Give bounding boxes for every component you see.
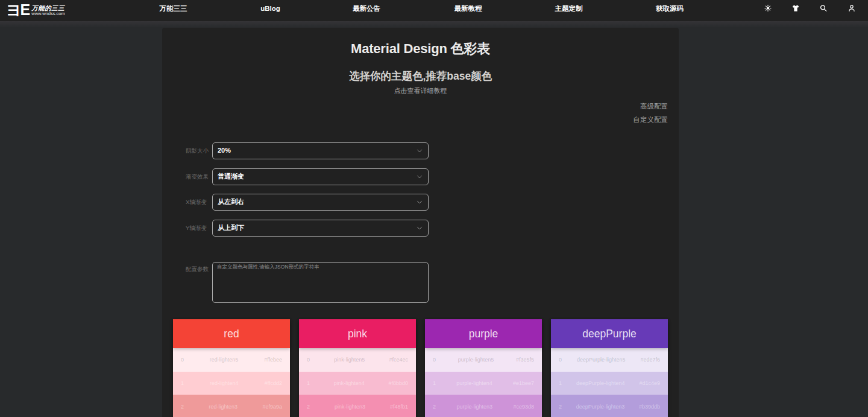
brightness-icon[interactable] bbox=[764, 4, 772, 12]
color-card-title-red[interactable]: red bbox=[173, 319, 290, 348]
color-row-hex: #f8bbd0 bbox=[388, 380, 408, 386]
site-logo[interactable]: ヨE 万能的三三 www.wndss.com bbox=[6, 2, 65, 18]
color-row-name: red-lighten5 bbox=[184, 357, 264, 363]
color-row-deepPurple-lighten3[interactable]: 2deepPurple-lighten3#b39ddb bbox=[551, 395, 668, 417]
color-card-title-deepPurple[interactable]: deepPurple bbox=[551, 319, 668, 348]
select-value-3: 从左到右 bbox=[218, 194, 244, 209]
color-row-purple-lighten5[interactable]: 0purple-lighten5#f3e5f5 bbox=[425, 348, 542, 372]
select-value-2: 普通渐变 bbox=[218, 169, 244, 184]
color-row-deepPurple-lighten4[interactable]: 1deepPurple-lighten4#d1c4e9 bbox=[551, 372, 668, 395]
nav-item-2[interactable]: uBlog bbox=[260, 0, 280, 21]
color-row-name: purple-lighten5 bbox=[436, 357, 516, 363]
color-row-hex: #ef9a9a bbox=[262, 404, 282, 410]
user-icon[interactable] bbox=[848, 4, 856, 12]
color-card-title-purple[interactable]: purple bbox=[425, 319, 542, 348]
select-value-4: 从上到下 bbox=[218, 220, 244, 235]
color-card-purple: purple0purple-lighten5#f3e5f51purple-lig… bbox=[425, 319, 542, 417]
color-card-title-pink[interactable]: pink bbox=[299, 319, 416, 348]
color-row-hex: #ffcdd2 bbox=[265, 380, 282, 386]
color-row-pink-lighten5[interactable]: 0pink-lighten5#fce4ec bbox=[299, 348, 416, 372]
main-panel: Material Design 色彩表 选择你的主题色,推荐base颜色 点击查… bbox=[162, 28, 679, 417]
select-value-1: 20% bbox=[218, 143, 231, 158]
color-row-hex: #b39ddb bbox=[639, 404, 660, 410]
color-row-purple-lighten3[interactable]: 2purple-lighten3#ce93d8 bbox=[425, 395, 542, 417]
color-row-red-lighten4[interactable]: 1red-lighten4#ffcdd2 bbox=[173, 372, 290, 395]
nav-item-5[interactable]: 主题定制 bbox=[555, 0, 583, 21]
navbar-shadow bbox=[0, 21, 868, 27]
color-row-hex: #f48fb1 bbox=[390, 404, 408, 410]
color-row-hex: #ede7f6 bbox=[640, 357, 660, 363]
nav-item-6[interactable]: 获取源码 bbox=[656, 0, 684, 21]
color-row-name: deepPurple-lighten4 bbox=[562, 380, 639, 386]
custom-config-link[interactable]: 自定义配置 bbox=[634, 114, 668, 125]
page-title: Material Design 色彩表 bbox=[162, 38, 679, 60]
color-row-name: purple-lighten4 bbox=[436, 380, 513, 386]
color-row-purple-lighten4[interactable]: 1purple-lighten4#e1bee7 bbox=[425, 372, 542, 395]
color-row-hex: #d1c4e9 bbox=[639, 380, 660, 386]
color-row-name: purple-lighten3 bbox=[436, 404, 513, 410]
color-card-pink: pink0pink-lighten5#fce4ec1pink-lighten4#… bbox=[299, 319, 416, 417]
color-row-name: red-lighten3 bbox=[184, 404, 262, 410]
page-subtitle: 选择你的主题色,推荐base颜色 bbox=[162, 67, 679, 85]
logo-subtitle: www.wndss.com bbox=[31, 11, 64, 16]
color-row-hex: #f3e5f5 bbox=[516, 357, 534, 363]
color-row-red-lighten3[interactable]: 2red-lighten3#ef9a9a bbox=[173, 395, 290, 417]
color-row-hex: #ffebee bbox=[264, 357, 282, 363]
color-row-name: deepPurple-lighten5 bbox=[562, 357, 640, 363]
color-row-hex: #fce4ec bbox=[389, 357, 408, 363]
color-row-name: pink-lighten5 bbox=[310, 357, 389, 363]
tutorial-link[interactable]: 点击查看详细教程 bbox=[162, 85, 679, 96]
field-label-4: Y轴渐变 bbox=[186, 220, 207, 236]
nav-item-3[interactable]: 最新公告 bbox=[353, 0, 380, 21]
search-icon[interactable] bbox=[820, 4, 828, 12]
select-field-4[interactable]: 从上到下 bbox=[212, 220, 429, 237]
color-row-pink-lighten3[interactable]: 2pink-lighten3#f48fb1 bbox=[299, 395, 416, 417]
tshirt-icon[interactable] bbox=[792, 4, 800, 12]
color-row-name: pink-lighten3 bbox=[310, 404, 390, 410]
nav-item-1[interactable]: 万能三三 bbox=[160, 0, 187, 21]
color-row-name: red-lighten4 bbox=[184, 380, 265, 386]
params-label: 配置参数 bbox=[186, 266, 209, 273]
color-row-deepPurple-lighten5[interactable]: 0deepPurple-lighten5#ede7f6 bbox=[551, 348, 668, 372]
color-card-red: red0red-lighten5#ffebee1red-lighten4#ffc… bbox=[173, 319, 290, 417]
color-row-name: deepPurple-lighten3 bbox=[562, 404, 639, 410]
select-field-2[interactable]: 普通渐变 bbox=[212, 168, 429, 185]
select-field-1[interactable]: 20% bbox=[212, 142, 429, 159]
color-card-deepPurple: deepPurple0deepPurple-lighten5#ede7f61de… bbox=[551, 319, 668, 417]
field-label-3: X轴渐变 bbox=[186, 194, 207, 210]
color-row-hex: #ce93d8 bbox=[513, 404, 534, 410]
logo-mark-icon: ヨE bbox=[6, 2, 29, 18]
params-textarea[interactable] bbox=[212, 262, 429, 303]
field-label-1: 阴影大小 bbox=[186, 142, 209, 159]
color-row-red-lighten5[interactable]: 0red-lighten5#ffebee bbox=[173, 348, 290, 372]
color-row-pink-lighten4[interactable]: 1pink-lighten4#f8bbd0 bbox=[299, 372, 416, 395]
select-field-3[interactable]: 从左到右 bbox=[212, 194, 429, 211]
color-row-name: pink-lighten4 bbox=[310, 380, 388, 386]
navbar: ヨE 万能的三三 www.wndss.com 万能三三uBlog最新公告最新教程… bbox=[0, 0, 868, 21]
field-label-2: 渐变效果 bbox=[186, 168, 209, 185]
nav-item-4[interactable]: 最新教程 bbox=[454, 0, 482, 21]
logo-title: 万能的三三 bbox=[31, 4, 64, 11]
color-row-hex: #e1bee7 bbox=[513, 380, 534, 386]
advanced-config-link[interactable]: 高级配置 bbox=[640, 101, 668, 112]
